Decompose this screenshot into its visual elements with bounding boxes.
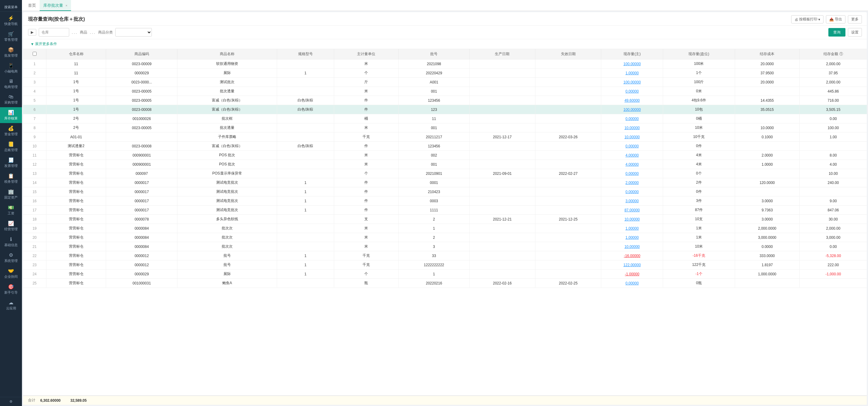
cell-prod-date <box>469 206 535 215</box>
cell-num: 22 <box>23 251 46 261</box>
cell-qty-main[interactable]: 0.00000 <box>601 279 663 288</box>
cell-amount: 222.00 <box>799 261 867 270</box>
cell-spec <box>277 78 334 87</box>
cell-qty-main[interactable]: -1.00000 <box>601 270 663 279</box>
settings-button[interactable]: 设置 <box>848 28 862 37</box>
sidebar-item-labor[interactable]: 💵 工资 <box>0 202 22 218</box>
cell-qty-main[interactable]: 0.00000 <box>601 169 663 178</box>
sidebar-item-collab[interactable]: 🤝 企业协同 <box>0 266 22 281</box>
tab-home[interactable]: 首页 <box>24 0 40 11</box>
cell-spec: 1 <box>277 251 334 261</box>
sidebar-item-capital[interactable]: 💰 资金管理 <box>0 123 22 139</box>
cell-cost <box>735 279 799 288</box>
sidebar-item-general[interactable]: 📒 总账管理 <box>0 139 22 155</box>
sidebar-item-newbie[interactable]: 🎯 新手引导 <box>0 281 22 297</box>
cell-num: 19 <box>23 224 46 233</box>
cell-qty-main[interactable]: 1.00000 <box>601 224 663 233</box>
top-tabs: 首页 库存批次量 × <box>22 0 868 11</box>
cell-qty-main[interactable]: 2.00000 <box>601 178 663 187</box>
sidebar-item-invoice[interactable]: 🧾 发票管理 <box>0 155 22 171</box>
cell-code: 0023-00008 <box>106 105 178 114</box>
print-button[interactable]: 🖨 按模板打印 ▾ <box>791 15 824 24</box>
sidebar-settings[interactable]: ⚙ <box>0 397 22 406</box>
category-select[interactable] <box>115 28 152 37</box>
cell-qty-main[interactable]: 10.00000 <box>601 215 663 224</box>
sidebar-item-system[interactable]: ⚙ 系统管理 <box>0 250 22 266</box>
cell-qty-main[interactable]: 100.00000 <box>601 105 663 114</box>
cell-qty-main[interactable]: 0.00000 <box>601 142 663 151</box>
sidebar-item-tax[interactable]: 📋 税务管理 <box>0 171 22 187</box>
warehouse-input[interactable] <box>39 28 69 37</box>
sidebar-item-fixed[interactable]: 🏢 固定资产 <box>0 187 22 202</box>
cell-num: 13 <box>23 169 46 178</box>
expand-more-btn[interactable]: ▼ 展开更多条件 <box>28 40 862 47</box>
cell-qty-main[interactable]: 100.00000 <box>601 78 663 87</box>
sidebar-item-retail[interactable]: 🛒 零售管理 <box>0 29 22 44</box>
sidebar-item-ecom[interactable]: 🖥 电商管理 <box>0 76 22 92</box>
table-row: 4 1号 0023-00005 批次透量 米 001 0.00000 0米 44… <box>23 87 867 96</box>
tab-batch[interactable]: 库存批次量 × <box>40 0 71 11</box>
cell-qty-main[interactable]: 4.00000 <box>601 160 663 169</box>
cell-qty-main[interactable]: 0.00000 <box>601 187 663 197</box>
cell-code: 0000084 <box>106 233 178 242</box>
table-row: 7 2号 001000026 批次框 桶 11 0.00000 0桶 0.00 <box>23 114 867 123</box>
cell-qty-main[interactable]: 122.00000 <box>601 261 663 270</box>
sidebar-item-ops[interactable]: 📈 经营管理 <box>0 218 22 234</box>
sidebar-item-purchase[interactable]: 🛍 采购管理 <box>0 92 22 107</box>
cell-qty-main[interactable]: 87.00000 <box>601 206 663 215</box>
sidebar-item-inventory[interactable]: 📊 库存核算 <box>0 107 22 123</box>
cell-amount: 1.00 <box>799 133 867 142</box>
cell-prod-date <box>469 242 535 251</box>
cell-qty-main[interactable]: 1.00000 <box>601 69 663 78</box>
cell-qty-main[interactable]: 3.00000 <box>601 197 663 206</box>
cell-prod-date <box>469 178 535 187</box>
sidebar-item-cloud[interactable]: ☁ 云应用 <box>0 297 22 313</box>
sidebar-item-quicknav[interactable]: ⚡ 快捷导航 <box>0 13 22 29</box>
export-button[interactable]: 📤 导出 <box>826 15 845 24</box>
cell-spec <box>277 151 334 160</box>
tab-close-batch[interactable]: × <box>66 4 67 7</box>
filter-expand-btn[interactable]: ▶ <box>28 29 36 36</box>
cell-qty-main[interactable]: 10.00000 <box>601 242 663 251</box>
search-button[interactable]: 查询 <box>828 28 845 37</box>
cell-qty-pos: -1个 <box>663 270 735 279</box>
cell-spec: 白色/灰棕 <box>277 105 334 114</box>
cell-qty-main[interactable]: 10.00000 <box>601 133 663 142</box>
cell-prod-date <box>469 197 535 206</box>
cell-prod-date <box>469 105 535 114</box>
cell-qty-pos: 0米 <box>663 87 735 96</box>
cell-warehouse: 营营标仓 <box>46 178 106 187</box>
more-button[interactable]: 更多 <box>848 15 862 24</box>
cell-code: 0000029 <box>106 270 178 279</box>
table-row: 2 11 0000029 展际 1 个 20220429 1.00000 1个 … <box>23 69 867 78</box>
cell-qty-main[interactable]: -16.00000 <box>601 251 663 261</box>
cell-batch: 2 <box>399 233 469 242</box>
select-all-checkbox[interactable] <box>33 52 37 56</box>
footer-qty: 6,302.60000 <box>40 398 61 403</box>
cell-qty-main[interactable]: 4.00000 <box>601 151 663 160</box>
labor-icon: 💵 <box>8 205 14 210</box>
cell-num: 24 <box>23 270 46 279</box>
cell-qty-main[interactable]: 0.00000 <box>601 114 663 123</box>
main-area: 首页 库存批次量 × 现存量查询(按仓库＋批次) 🖨 按模板打印 ▾ 📤 导出 <box>22 0 868 406</box>
cell-batch: 001 <box>399 87 469 96</box>
cell-qty-main[interactable]: 100.00000 <box>601 59 663 69</box>
cell-cost: 1.8197 <box>735 261 799 270</box>
cell-qty-main[interactable]: 1.00000 <box>601 233 663 242</box>
cell-qty-main[interactable]: 0.00000 <box>601 87 663 96</box>
cell-qty-pos: 4米 <box>663 160 735 169</box>
cell-batch: 001 <box>399 160 469 169</box>
cell-qty-main[interactable]: 10.00000 <box>601 123 663 133</box>
sidebar-item-basic[interactable]: ℹ 基础信息 <box>0 234 22 250</box>
cell-qty-main[interactable]: 49.60000 <box>601 96 663 105</box>
cell-amount: 4.00 <box>799 160 867 169</box>
cell-prod-date <box>469 96 535 105</box>
sidebar-item-mini[interactable]: 📱 小融电商 <box>0 60 22 76</box>
cell-amount: 3,000.00 <box>799 233 867 242</box>
sidebar-item-wholesale[interactable]: 📦 批发管理 <box>0 44 22 60</box>
col-checkbox[interactable] <box>23 49 46 59</box>
cell-name: 测试电竞批次 <box>178 206 277 215</box>
capital-icon: 💰 <box>8 126 14 131</box>
sidebar-search[interactable]: 搜索菜单 <box>0 3 22 11</box>
cell-prod-date <box>469 187 535 197</box>
